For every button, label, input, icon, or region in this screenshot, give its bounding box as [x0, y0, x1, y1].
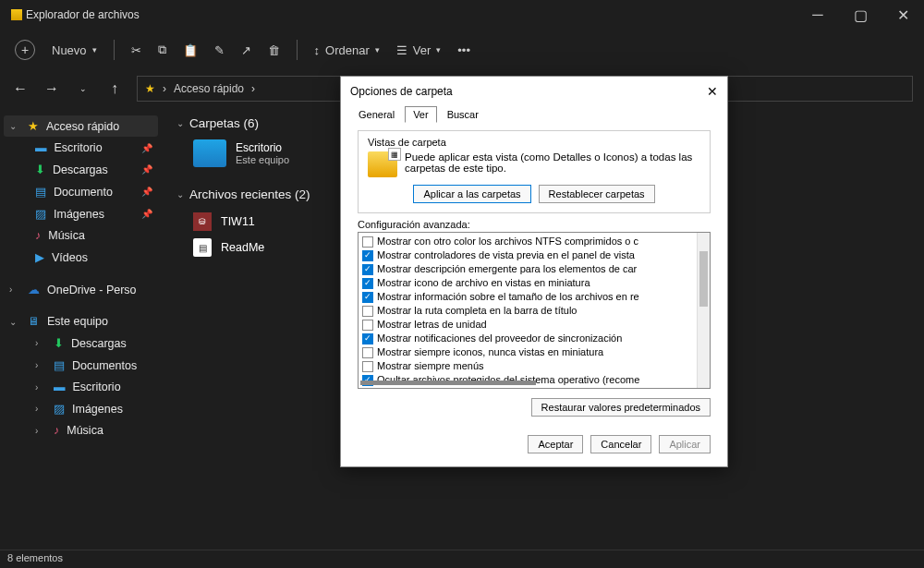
recent-button[interactable]: ⌄ [74, 79, 92, 98]
sidebar-item-pc-desktop[interactable]: ›▬Escritorio [4, 377, 158, 397]
sidebar-item-pc-downloads[interactable]: ›⬇Descargas [4, 332, 158, 354]
option-label: Mostrar letras de unidad [377, 318, 487, 332]
document-icon: ▤ [193, 238, 212, 257]
back-button[interactable]: ← [11, 79, 30, 98]
divider [114, 40, 115, 60]
breadcrumb-sep: › [163, 82, 166, 95]
item-sub: Este equipo [236, 154, 289, 165]
cut-button[interactable]: ✂ [131, 43, 141, 57]
section-chevron-icon[interactable]: ⌄ [176, 118, 184, 128]
option-label: Mostrar información sobre el tamaño de l… [377, 290, 639, 304]
breadcrumb-sep: › [251, 82, 255, 95]
sidebar-item-videos[interactable]: ▶Vídeos [4, 247, 158, 268]
dialog-close-button[interactable]: ✕ [707, 84, 718, 99]
share-button[interactable]: ↗ [241, 43, 251, 57]
sort-button[interactable]: ↕ Ordenar ▾ [314, 43, 380, 57]
sidebar-item-pc-images[interactable]: ›▨Imágenes [4, 398, 158, 419]
checkbox[interactable]: ✓ [362, 250, 373, 261]
tab-search[interactable]: Buscar [439, 106, 487, 123]
apply-button[interactable]: Aplicar [659, 435, 711, 453]
delete-button[interactable]: 🗑 [268, 43, 280, 57]
option-row[interactable]: Mostrar siempre iconos, nunca vistas en … [362, 345, 706, 359]
tab-general[interactable]: General [350, 106, 403, 123]
checkbox[interactable]: ✓ [362, 264, 373, 275]
forward-button[interactable]: → [43, 79, 61, 98]
option-row[interactable]: Mostrar con otro color los archivos NTFS… [362, 235, 706, 248]
option-row[interactable]: Mostrar la ruta completa en la barra de … [362, 304, 706, 318]
checkbox[interactable] [362, 347, 373, 358]
option-row[interactable]: Mostrar siempre menús [362, 359, 706, 373]
checkbox[interactable]: ✓ [362, 333, 373, 344]
section-chevron-icon[interactable]: ⌄ [176, 189, 184, 199]
app-icon [11, 9, 22, 20]
sidebar-item-music[interactable]: ♪Música [4, 225, 158, 246]
checkbox[interactable] [362, 236, 373, 248]
sidebar-item-pc-music[interactable]: ›♪Música [4, 420, 158, 441]
vertical-scrollbar[interactable] [697, 233, 710, 388]
checkbox[interactable]: ✓ [362, 292, 373, 303]
main-toolbar: + Nuevo ▾ ✂ ⧉ 📋 ✎ ↗ 🗑 ↕ Ordenar ▾ ☰ Ver … [0, 30, 924, 70]
star-icon: ★ [145, 82, 155, 95]
section-folders-heading[interactable]: Carpetas (6) [189, 116, 259, 130]
option-row[interactable]: ✓Mostrar descripción emergente para los … [362, 262, 706, 276]
divider [297, 40, 298, 60]
sidebar-item-documents[interactable]: ▤Documento📌 [4, 181, 158, 202]
option-label: Mostrar la ruta completa en la barra de … [377, 304, 577, 318]
sidebar-item-quick-access[interactable]: ⌄★Acceso rápido [4, 115, 158, 137]
sidebar-item-desktop[interactable]: ▬Escritorio📌 [4, 138, 158, 158]
option-label: Mostrar notificaciones del proveedor de … [377, 332, 622, 345]
option-label: Mostrar descripción emergente para los e… [377, 262, 637, 276]
ok-button[interactable]: Aceptar [528, 435, 583, 453]
option-row[interactable]: Mostrar letras de unidad [362, 318, 706, 332]
option-row[interactable]: ✓Mostrar controladores de vista previa e… [362, 248, 706, 262]
advanced-settings-list[interactable]: Mostrar con otro color los archivos NTFS… [358, 232, 711, 389]
new-button-label[interactable]: Nuevo ▾ [52, 43, 97, 57]
grid-item-desktop[interactable]: EscritorioEste equipo [193, 139, 332, 167]
breadcrumb-root[interactable]: Acceso rápido [174, 82, 244, 95]
window-title: Explorador de archivos [26, 8, 140, 21]
option-label: Mostrar con otro color los archivos NTFS… [377, 235, 638, 248]
option-row[interactable]: ✓Mostrar notificaciones del proveedor de… [362, 332, 706, 345]
titlebar: Explorador de archivos ─ ▢ ✕ [0, 0, 924, 30]
new-button[interactable]: + [15, 40, 35, 60]
apply-to-folders-button[interactable]: Aplicar a las carpetas [413, 185, 530, 203]
status-bar: 8 elementos [0, 550, 924, 568]
option-label: Mostrar icono de archivo en vistas en mi… [377, 276, 590, 290]
option-row[interactable]: ✓Mostrar información sobre el tamaño de … [362, 290, 706, 304]
minimize-button[interactable]: ─ [796, 0, 839, 30]
checkbox[interactable] [362, 361, 373, 372]
reset-folders-button[interactable]: Restablecer carpetas [539, 185, 655, 203]
maximize-button[interactable]: ▢ [839, 0, 881, 30]
option-label: Mostrar siempre menús [377, 359, 484, 373]
tab-view[interactable]: Ver [405, 106, 437, 123]
group-legend: Vistas de carpeta [368, 137, 700, 148]
section-recent-heading[interactable]: Archivos recientes (2) [189, 187, 310, 201]
option-label: Mostrar controladores de vista previa en… [377, 248, 635, 262]
sidebar-item-onedrive[interactable]: ›☁OneDrive - Perso [4, 279, 158, 300]
view-button[interactable]: ☰ Ver ▾ [396, 43, 442, 57]
horizontal-scrollbar[interactable] [359, 379, 697, 388]
sidebar-item-pc-documents[interactable]: ›▤Documentos [4, 355, 158, 376]
checkbox[interactable] [362, 306, 373, 317]
item-count: 8 elementos [7, 552, 63, 563]
rename-button[interactable]: ✎ [214, 43, 225, 57]
sidebar-item-images[interactable]: ▨Imágenes📌 [4, 203, 158, 224]
close-button[interactable]: ✕ [881, 0, 924, 30]
dialog-title: Opciones de carpeta [350, 85, 453, 98]
checkbox[interactable] [362, 320, 373, 331]
group-description: Puede aplicar esta vista (como Detalles … [405, 151, 700, 174]
checkbox[interactable]: ✓ [362, 278, 373, 289]
folder-icon: ▦ [368, 151, 397, 177]
archive-icon: ⛁ [193, 212, 212, 231]
paste-button[interactable]: 📋 [183, 43, 198, 57]
more-button[interactable]: ••• [457, 43, 470, 57]
option-row[interactable]: ✓Mostrar icono de archivo en vistas en m… [362, 276, 706, 290]
restore-defaults-button[interactable]: Restaurar valores predeterminados [531, 398, 711, 417]
sidebar-item-downloads[interactable]: ⬇Descargas📌 [4, 159, 158, 180]
copy-button[interactable]: ⧉ [158, 42, 166, 57]
sidebar-item-this-pc[interactable]: ⌄🖥Este equipo [4, 311, 158, 332]
cancel-button[interactable]: Cancelar [590, 435, 651, 453]
folder-icon [193, 139, 226, 167]
up-button[interactable]: ↑ [105, 79, 124, 98]
item-name: Escritorio [236, 141, 289, 154]
